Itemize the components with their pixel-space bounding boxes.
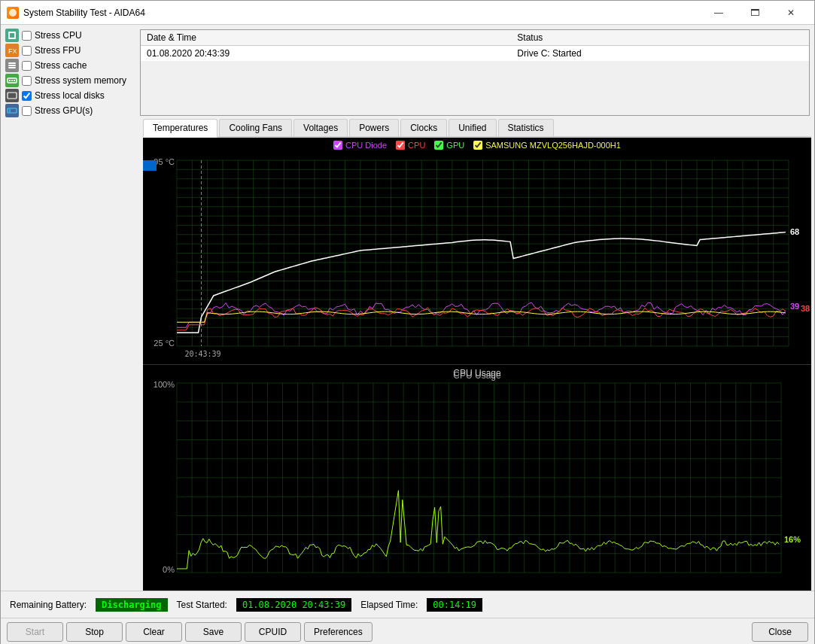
temp-chart-canvas: [143, 138, 811, 364]
legend-ssd-check[interactable]: [473, 141, 482, 150]
save-button[interactable]: Save: [185, 622, 242, 642]
test-started-label: Test Started:: [177, 600, 227, 610]
log-table: Date & Time Status 01.08.2020 20:43:39 D…: [140, 29, 810, 116]
app-icon: [7, 7, 19, 19]
log-datetime: 01.08.2020 20:43:39: [141, 46, 511, 62]
stress-cache-label: Stress cache: [35, 60, 87, 71]
svg-point-0: [9, 9, 17, 17]
stress-cpu-item: Stress CPU: [4, 28, 137, 43]
battery-label: Remaining Battery:: [10, 600, 87, 610]
stress-options-panel: Stress CPU FX Stress FPU Stress cache: [1, 25, 140, 591]
col-datetime: Date & Time: [141, 30, 511, 46]
restore-button[interactable]: 🗖: [737, 2, 772, 24]
svg-rect-8: [9, 80, 11, 81]
legend-ssd: SAMSUNG MZVLQ256HAJD-000H1: [473, 141, 621, 150]
stress-fpu-item: FX Stress FPU: [4, 43, 137, 58]
stress-memory-item: Stress system memory: [4, 73, 137, 88]
stress-gpu-item: Stress GPU(s): [4, 103, 137, 118]
tabs-area: Temperatures Cooling Fans Voltages Power…: [140, 119, 814, 591]
tab-cooling-fans[interactable]: Cooling Fans: [219, 119, 292, 136]
elapsed-value: 00:14:19: [427, 598, 482, 612]
legend-gpu-check[interactable]: [434, 141, 443, 150]
tab-statistics[interactable]: Statistics: [498, 119, 554, 136]
svg-rect-6: [8, 67, 16, 68]
temperature-chart: CPU Diode CPU GPU: [143, 138, 811, 365]
preferences-button[interactable]: Preferences: [304, 622, 373, 642]
start-button[interactable]: Start: [7, 622, 63, 642]
battery-status: Discharging: [96, 598, 167, 612]
close-window-button[interactable]: ✕: [774, 2, 808, 24]
stress-fpu-label: Stress FPU: [35, 45, 81, 56]
stress-gpu-checkbox[interactable]: [22, 106, 32, 116]
svg-rect-14: [9, 109, 11, 112]
cpu-usage-chart: CPU Usage: [143, 365, 811, 591]
right-panel: Date & Time Status 01.08.2020 20:43:39 D…: [140, 25, 814, 591]
minimize-button[interactable]: —: [701, 2, 736, 24]
stress-local-label: Stress local disks: [35, 90, 105, 101]
svg-rect-9: [11, 80, 13, 81]
stress-memory-label: Stress system memory: [35, 75, 126, 86]
tab-powers[interactable]: Powers: [349, 119, 399, 136]
svg-rect-13: [8, 108, 17, 113]
log-row: 01.08.2020 20:43:39 Drive C: Started: [141, 46, 809, 62]
legend-gpu-label: GPU: [446, 141, 464, 150]
cache-stress-icon: [5, 59, 19, 72]
button-bar: Start Stop Clear Save CPUID Preferences …: [1, 618, 814, 644]
stop-button[interactable]: Stop: [66, 622, 123, 642]
main-window: System Stability Test - AIDA64 — 🗖 ✕ Str…: [0, 0, 815, 644]
cpu-chart-title: CPU Usage: [453, 368, 500, 378]
memory-stress-icon: [5, 74, 19, 87]
status-bar: Remaining Battery: Discharging Test Star…: [1, 591, 814, 618]
tab-clocks[interactable]: Clocks: [400, 119, 447, 136]
clear-button[interactable]: Clear: [126, 622, 182, 642]
svg-text:FX: FX: [8, 47, 17, 55]
top-area: Stress CPU FX Stress FPU Stress cache: [1, 25, 814, 591]
legend-cpu-diode: CPU Diode: [333, 141, 387, 150]
tab-unified[interactable]: Unified: [449, 119, 496, 136]
svg-rect-5: [8, 65, 16, 66]
tab-voltages[interactable]: Voltages: [293, 119, 348, 136]
stress-cpu-checkbox[interactable]: [22, 31, 32, 41]
test-started-value: 01.08.2020 20:43:39: [236, 598, 351, 612]
legend-cpu-diode-check[interactable]: [333, 141, 342, 150]
stress-local-checkbox[interactable]: [22, 91, 32, 101]
close-button[interactable]: Close: [752, 622, 808, 642]
svg-rect-4: [8, 62, 16, 64]
gpu-stress-icon: [5, 104, 19, 117]
col-status: Status: [511, 30, 809, 46]
legend-cpu: CPU: [396, 141, 425, 150]
legend-gpu: GPU: [434, 141, 464, 150]
tab-bar: Temperatures Cooling Fans Voltages Power…: [143, 119, 811, 138]
fpu-stress-icon: FX: [5, 44, 19, 57]
stress-cache-checkbox[interactable]: [22, 61, 32, 71]
stress-gpu-label: Stress GPU(s): [35, 105, 93, 116]
legend-ssd-label: SAMSUNG MZVLQ256HAJD-000H1: [485, 141, 621, 150]
temp-legend: CPU Diode CPU GPU: [333, 141, 621, 150]
stress-cpu-label: Stress CPU: [35, 30, 82, 41]
charts-area: CPU Diode CPU GPU: [143, 138, 811, 591]
window-title: System Stability Test - AIDA64: [23, 8, 701, 18]
legend-cpu-label: CPU: [408, 141, 425, 150]
cpuid-button[interactable]: CPUID: [245, 622, 301, 642]
local-stress-icon: [5, 89, 19, 102]
log-status: Drive C: Started: [511, 46, 809, 62]
stress-local-item: Stress local disks: [4, 88, 137, 103]
svg-rect-2: [10, 33, 14, 38]
elapsed-label: Elapsed Time:: [360, 600, 418, 610]
window-controls: — 🗖 ✕: [701, 2, 808, 24]
tab-temperatures[interactable]: Temperatures: [143, 119, 217, 138]
stress-fpu-checkbox[interactable]: [22, 46, 32, 56]
titlebar: System Stability Test - AIDA64 — 🗖 ✕: [1, 1, 814, 25]
stress-cache-item: Stress cache: [4, 58, 137, 73]
stress-memory-checkbox[interactable]: [22, 76, 32, 86]
svg-rect-11: [8, 93, 17, 99]
legend-cpu-check[interactable]: [396, 141, 405, 150]
main-content: Stress CPU FX Stress FPU Stress cache: [1, 25, 814, 644]
svg-rect-10: [14, 80, 15, 81]
legend-cpu-diode-label: CPU Diode: [345, 141, 387, 150]
cpu-chart-canvas: [143, 365, 811, 591]
cpu-stress-icon: [5, 29, 19, 42]
